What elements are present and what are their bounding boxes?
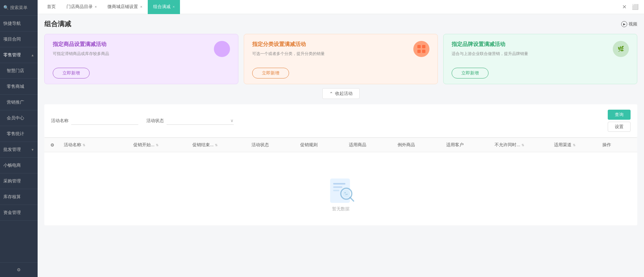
svg-point-13	[342, 190, 351, 198]
empty-text: 暂无数据	[332, 206, 350, 212]
sidebar-item-smart-store[interactable]: 智慧门店	[0, 63, 38, 79]
sidebar-item-wholesale-mgmt[interactable]: 批发管理 ▼	[0, 142, 38, 158]
card-brand-desc: 适合与上游企业联合做营销，提升品牌销量	[452, 51, 629, 57]
card-brand-add-button[interactable]: 立即新增	[452, 68, 489, 78]
video-link[interactable]: ▶ 视频	[621, 21, 637, 27]
th-start-label: 促销开始...	[133, 142, 154, 148]
th-rule: 促销规则	[297, 138, 346, 152]
page-title: 组合满减	[44, 19, 71, 29]
sidebar-item-finance-mgmt[interactable]: 资金管理	[0, 205, 38, 221]
svg-text:🌿: 🌿	[617, 46, 624, 52]
sort-icon: ⇅	[573, 143, 576, 147]
sidebar-item-quick-nav[interactable]: 快捷导航	[0, 16, 38, 32]
th-notsimul[interactable]: 不允许同时... ⇅	[491, 138, 550, 152]
tab-label: 微商城店铺设置	[107, 4, 138, 10]
card-brand: 指定品牌设置满减活动 适合与上游企业联合做营销，提升品牌销量 🌿 立即新增	[443, 34, 637, 84]
main-content: 首页 门店商品目录 × 微商城店铺设置 × 组合满减 × ✕ ⬜ 组合满减 ▶ …	[38, 0, 644, 277]
sidebar-search[interactable]: 🔍 搜索菜单	[0, 0, 38, 16]
tab-label: 门店商品目录	[66, 4, 93, 10]
th-except-label: 例外商品	[398, 142, 415, 148]
tab-close-icon[interactable]: ×	[140, 5, 142, 9]
sidebar-item-label: 营销推广	[7, 99, 24, 105]
sidebar-item-label: 小畅电商	[3, 162, 21, 168]
sidebar-search-label: 搜索菜单	[10, 5, 28, 10]
filter-name-label: 活动名称	[51, 118, 68, 124]
sidebar-item-retail-mall[interactable]: 零售商城	[0, 79, 38, 95]
svg-point-0	[217, 44, 227, 54]
card-goods-add-button[interactable]: 立即新增	[53, 68, 90, 78]
sort-icon: ⇅	[83, 143, 85, 147]
collapse-bar: ⌃ 收起活动	[44, 88, 637, 99]
sidebar-settings[interactable]: ⚙	[0, 262, 38, 277]
page-content: 组合满减 ▶ 视频 指定商品设置满减活动 可指定滞销商品或库存较多商品 🛍	[38, 14, 644, 277]
empty-state: 暂无数据	[44, 152, 637, 225]
filter-status-label: 活动状态	[146, 118, 164, 124]
sidebar-item-purchase-mgmt[interactable]: 采购管理	[0, 173, 38, 189]
sidebar-item-label: 零售商城	[7, 84, 24, 90]
filter-status-field: 活动状态 ∨	[146, 117, 234, 125]
svg-rect-5	[422, 50, 425, 53]
sidebar-item-project-contract[interactable]: 项目合同	[0, 32, 38, 47]
setting-button[interactable]: 设置	[608, 122, 631, 132]
card-category: 指定分类设置满减活动 可选一个或者多个分类，提升分类的销量 立即新增	[244, 34, 438, 84]
filter-name-field: 活动名称	[51, 117, 138, 125]
svg-line-14	[350, 198, 354, 201]
sidebar-item-label: 采购管理	[3, 178, 21, 184]
chevron-up-icon: ▲	[31, 53, 34, 57]
tab-close-icon[interactable]: ×	[173, 5, 175, 9]
card-goods: 指定商品设置满减活动 可指定滞销商品或库存较多商品 🛍 立即新增	[44, 34, 238, 84]
filter-row: 活动名称 活动状态 ∨ 查询 设置	[44, 104, 637, 137]
tab-close-icon[interactable]: ×	[95, 5, 97, 9]
card-goods-icon: 🛍	[214, 41, 230, 57]
th-start[interactable]: 促销开始... ⇅	[130, 138, 189, 152]
maximize-window-button[interactable]: ⬜	[631, 2, 640, 11]
th-ops: 操作	[599, 138, 637, 152]
tab-home[interactable]: 首页	[42, 0, 61, 14]
th-gear[interactable]: ⚙	[44, 138, 60, 152]
sidebar-item-label: 项目合同	[3, 36, 21, 42]
svg-rect-11	[333, 190, 339, 191]
th-channel[interactable]: 适用渠道 ⇅	[551, 138, 599, 152]
collapse-activities-button[interactable]: ⌃ 收起活动	[322, 88, 360, 99]
tab-combo-discount[interactable]: 组合满减 ×	[148, 0, 180, 14]
svg-point-16	[346, 194, 348, 195]
tab-wechat-settings[interactable]: 微商城店铺设置 ×	[102, 0, 147, 14]
sidebar-item-label: 会员中心	[7, 115, 24, 121]
close-window-button[interactable]: ✕	[621, 2, 628, 11]
play-icon: ▶	[621, 21, 627, 27]
chevron-up-icon: ⌃	[329, 91, 333, 96]
filter-status-select[interactable]: ∨	[167, 117, 234, 125]
card-category-add-button[interactable]: 立即新增	[252, 68, 289, 78]
th-goods-label: 适用商品	[349, 142, 366, 148]
th-goods: 适用商品	[346, 138, 394, 152]
table-section: ⚙ 活动名称 ⇅ 促销开始... ⇅ 促销结束... ⇅	[44, 137, 637, 225]
sidebar-item-retail-mgmt[interactable]: 零售管理 ▲	[0, 47, 38, 63]
svg-rect-3	[422, 45, 425, 48]
table-header: ⚙ 活动名称 ⇅ 促销开始... ⇅ 促销结束... ⇅	[44, 137, 637, 152]
tab-label: 首页	[47, 4, 56, 10]
th-name[interactable]: 活动名称 ⇅	[60, 138, 130, 152]
sidebar-item-label: 批发管理	[3, 147, 21, 153]
sidebar-item-label: 快捷导航	[3, 20, 21, 26]
query-button[interactable]: 查询	[608, 110, 631, 120]
gear-icon: ⚙	[17, 267, 21, 272]
th-end[interactable]: 促销结束... ⇅	[189, 138, 248, 152]
th-notsimul-label: 不允许同时...	[495, 142, 520, 148]
sidebar-item-inventory-calc[interactable]: 库存核算	[0, 189, 38, 205]
svg-rect-9	[333, 183, 345, 185]
card-category-desc: 可选一个或者多个分类，提升分类的销量	[252, 51, 429, 57]
sidebar-item-xiaochang[interactable]: 小畅电商	[0, 158, 38, 173]
card-brand-icon: 🌿	[613, 41, 629, 57]
tab-store-catalog[interactable]: 门店商品目录 ×	[61, 0, 102, 14]
sidebar-item-label: 零售管理	[3, 52, 21, 58]
card-category-icon	[413, 41, 429, 57]
sidebar-item-label: 资金管理	[3, 210, 21, 216]
sidebar-item-member-center[interactable]: 会员中心	[0, 110, 38, 126]
sidebar-item-marketing[interactable]: 营销推广	[0, 95, 38, 110]
th-end-label: 促销结束...	[192, 142, 214, 148]
th-except: 例外商品	[394, 138, 443, 152]
tabs-bar: 首页 门店商品目录 × 微商城店铺设置 × 组合满减 × ✕ ⬜	[38, 0, 644, 14]
sidebar-item-retail-stats[interactable]: 零售统计	[0, 126, 38, 142]
th-customer-label: 适用客户	[446, 142, 464, 148]
filter-name-input[interactable]	[71, 117, 138, 125]
